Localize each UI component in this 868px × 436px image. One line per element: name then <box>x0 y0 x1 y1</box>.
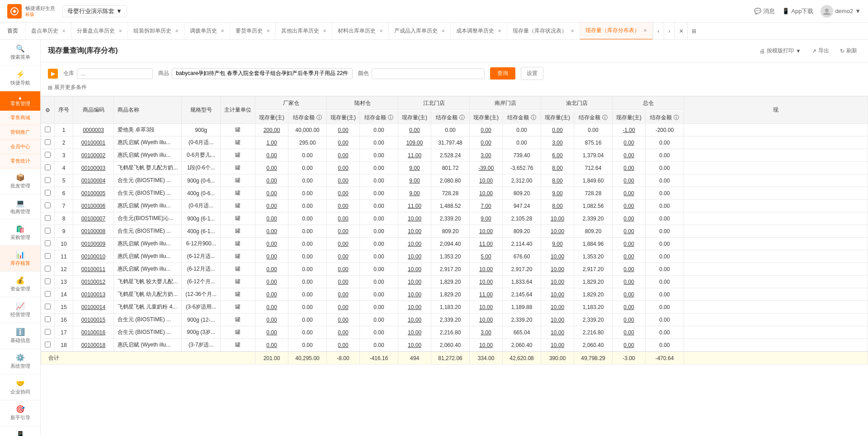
refresh-btn[interactable]: ↻ 刷新 <box>836 45 861 56</box>
row-checkbox[interactable] <box>41 174 55 187</box>
sidebar-item-inventory[interactable]: 📊 库存核算 <box>0 246 40 272</box>
row-cj-amt: 0.00 <box>288 326 327 339</box>
row-jb-amt: 2,339.20 <box>431 314 470 326</box>
row-lc-qty: 0.00 <box>327 238 360 250</box>
tab-close-xiancunliang-fen[interactable]: ✕ <box>643 28 647 33</box>
sidebar-item-quicknav[interactable]: ⚡ 快捷导航 <box>0 66 40 91</box>
tab-diaopo[interactable]: 调拨单历史 ✕ <box>184 23 230 40</box>
row-checkbox[interactable] <box>41 212 55 225</box>
tab-chanchengpin[interactable]: 产成品入库单历史 ✕ <box>389 23 451 40</box>
sidebar-item-finance[interactable]: 💰 资金管理 <box>0 272 40 297</box>
row-yb-amt: 2,339.20 <box>574 212 613 225</box>
row-na-qty: 7.00 <box>470 200 503 212</box>
sidebar-item-operation[interactable]: 📈 经营管理 <box>0 297 40 323</box>
sidebar-item-retailstat[interactable]: 零售统计 <box>0 154 40 169</box>
tab-fenpandian[interactable]: 分量盘点单历史 ✕ <box>71 23 128 40</box>
tab-close-chanchengpin[interactable]: ✕ <box>441 28 445 33</box>
row-checkbox[interactable] <box>41 225 55 238</box>
export-btn[interactable]: ↗ 导出 <box>808 45 833 56</box>
tab-zuzhuan[interactable]: 组装拆卸单历史 ✕ <box>128 23 184 40</box>
expand-more-btn[interactable]: ⊞ 展开更多条件 <box>48 84 861 91</box>
tab-xiancunliang-kuang[interactable]: 现存量（库存状况表） ✕ <box>507 23 580 40</box>
row-na-qty: 10.00 <box>470 187 503 200</box>
sidebar-item-newuser[interactable]: 🎯 新手引导 <box>0 400 40 426</box>
tab-cailiaochuku[interactable]: 材料出库单历史 ✕ <box>332 23 389 40</box>
row-checkbox[interactable] <box>41 339 55 352</box>
color-input[interactable] <box>372 68 485 79</box>
tab-close-chenben[interactable]: ✕ <box>498 28 501 33</box>
tab-xiancunliang-fen[interactable]: 现存量（库存分布表） ✕ <box>580 23 653 40</box>
sidebar-item-search[interactable]: 🔍 搜索英单 <box>0 40 40 66</box>
row-jb-qty: 10.00 <box>398 301 431 314</box>
row-jb-qty: 9.00 <box>398 187 431 200</box>
row-checkbox[interactable] <box>41 326 55 339</box>
tab-close-cailiaochuku[interactable]: ✕ <box>379 28 383 33</box>
row-checkbox[interactable] <box>41 149 55 162</box>
row-cj-amt: 40,000.00 <box>288 124 327 136</box>
tab-close-qtaochuku[interactable]: ✕ <box>323 28 326 33</box>
app-download-btn[interactable]: 📱 App下载 <box>782 7 813 15</box>
row-jb-qty: 9.00 <box>398 174 431 187</box>
sidebar-item-purchase[interactable]: 🛍️ 采购管理 <box>0 220 40 246</box>
tab-close-yaohuo[interactable]: ✕ <box>266 28 270 33</box>
sidebar-item-marketing[interactable]: 营销推广 <box>0 125 40 140</box>
nav-close-all-btn[interactable]: ✕ <box>675 23 688 40</box>
filter-toggle-btn[interactable]: ▶ <box>48 69 58 79</box>
nav-next-btn[interactable]: › <box>664 23 675 40</box>
row-checkbox[interactable] <box>41 238 55 250</box>
tab-qtaochuku[interactable]: 其他出库单历史 ✕ <box>276 23 332 40</box>
sidebar-item-ecommerce[interactable]: 💻 电商管理 <box>0 194 40 220</box>
row-checkbox[interactable] <box>41 276 55 288</box>
tab-chenben[interactable]: 成本调整单历史 ✕ <box>451 23 507 40</box>
row-checkbox[interactable] <box>41 263 55 276</box>
sidebar-item-mall[interactable]: 零售商城 <box>0 111 40 125</box>
warehouse-input[interactable] <box>77 68 153 79</box>
row-checkbox[interactable] <box>41 250 55 263</box>
tab-pandian[interactable]: 盘点单历史 ✕ <box>26 23 71 40</box>
sidebar-item-basic[interactable]: ℹ️ 基础信息 <box>0 323 40 349</box>
sidebar-item-collab[interactable]: 🤝 企业协同 <box>0 375 40 400</box>
goods-input[interactable] <box>172 68 353 79</box>
row-lc-amt: 0.00 <box>360 149 398 162</box>
th-settings[interactable]: ⚙ <box>41 97 55 124</box>
row-checkbox[interactable] <box>41 162 55 174</box>
table-container[interactable]: ⚙ 序号 商品编码 商品名称 规格型号 主计量单位 厂家仓 陆村仓 江北门店 南… <box>41 96 868 436</box>
message-btn[interactable]: 💬 消息 <box>754 7 775 15</box>
user-menu[interactable]: demo2 ▼ <box>821 5 861 18</box>
print-btn[interactable]: 🖨 按模版打印 ▼ <box>756 45 805 56</box>
sidebar-item-wholesale[interactable]: 📦 批发管理 <box>0 169 40 194</box>
tab-close-diaopo[interactable]: ✕ <box>221 28 224 33</box>
query-btn[interactable]: 查询 <box>490 67 515 80</box>
tab-close-fenpandian[interactable]: ✕ <box>118 28 122 33</box>
tab-close-zuzhuan[interactable]: ✕ <box>175 28 179 33</box>
row-checkbox[interactable] <box>41 288 55 301</box>
row-tot-qty: 0.00 <box>613 225 646 238</box>
row-checkbox[interactable] <box>41 200 55 212</box>
nav-prev-btn[interactable]: ‹ <box>653 23 664 40</box>
sidebar-item-retail[interactable]: ▲ 零售管理 <box>0 91 40 111</box>
tab-home[interactable]: 首页 <box>0 23 26 40</box>
row-cj-qty: 1.00 <box>255 136 288 149</box>
dropdown-selector[interactable]: 母婴行业演示陈套 ▼ <box>62 5 127 17</box>
row-na-amt: 1,833.64 <box>503 276 541 288</box>
row-checkbox[interactable] <box>41 314 55 326</box>
settings-btn[interactable]: 设置 <box>521 67 543 80</box>
tab-close-pandian[interactable]: ✕ <box>62 28 66 33</box>
sidebar-item-member[interactable]: 会员中心 <box>0 140 40 154</box>
sidebar-item-system[interactable]: ⚙️ 系统管理 <box>0 349 40 375</box>
sidebar-item-appcenter[interactable]: 📱 应用中心 <box>0 426 40 436</box>
table-row: 3 00100002 惠氏启赋 (Wyeth illu... 0-6月婴儿...… <box>41 149 868 162</box>
row-cj-qty: 0.00 <box>255 288 288 301</box>
row-na-amt: 947.24 <box>503 200 541 212</box>
row-jb-amt: 809.20 <box>431 225 470 238</box>
row-checkbox[interactable] <box>41 301 55 314</box>
table-row: 4 00100003 飞鹤星飞帆 婴儿配方奶... 1段(0-6个... 罐 0… <box>41 162 868 174</box>
row-na-amt: 2,917.20 <box>503 263 541 276</box>
row-checkbox[interactable] <box>41 187 55 200</box>
row-checkbox[interactable] <box>41 136 55 149</box>
tab-yaohuo[interactable]: 要货单历史 ✕ <box>230 23 276 40</box>
nav-expand-btn[interactable]: ⊞ <box>688 23 700 40</box>
row-checkbox[interactable] <box>41 124 55 136</box>
tab-close-xiancunliang-kuang[interactable]: ✕ <box>571 28 574 33</box>
row-tot-qty: 0.00 <box>613 288 646 301</box>
